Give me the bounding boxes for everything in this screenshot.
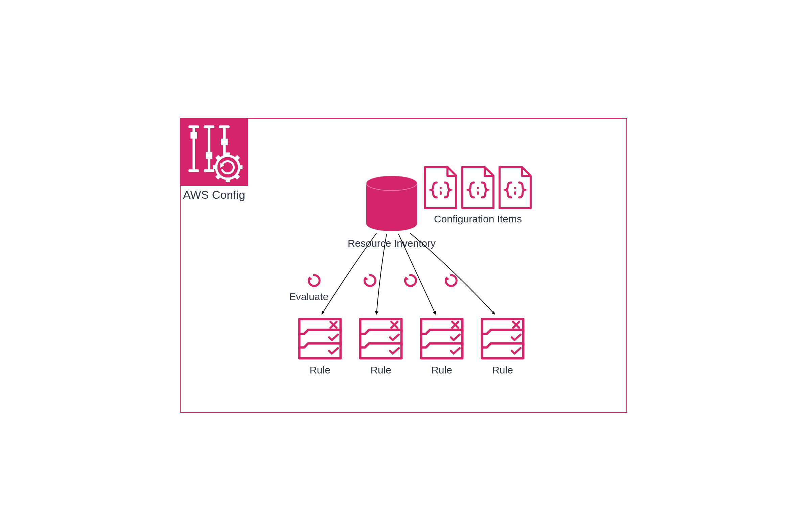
svg-rect-4: [190, 132, 197, 138]
diagram-canvas: AWS Config Resource Inventory Configurat…: [173, 112, 634, 420]
evaluate-refresh-icons: [309, 275, 457, 286]
resource-inventory-label: Resource Inventory: [348, 238, 436, 249]
svg-rect-8: [221, 138, 227, 145]
rule-icons: [299, 319, 523, 358]
svg-rect-6: [206, 152, 213, 159]
config-items-label: Configuration Items: [434, 213, 522, 224]
evaluate-label: Evaluate: [289, 291, 329, 302]
svg-point-26: [366, 216, 417, 231]
aws-config-label: AWS Config: [183, 188, 245, 201]
svg-rect-17: [225, 177, 230, 182]
svg-rect-18: [213, 165, 218, 169]
rule-label-2: Rule: [370, 364, 391, 376]
resource-inventory-icon: [366, 176, 417, 231]
rule-label-4: Rule: [492, 364, 513, 376]
config-items-icons: [425, 167, 531, 208]
rule-label-1: Rule: [310, 364, 330, 376]
svg-rect-19: [238, 165, 242, 169]
aws-config-icon: [180, 118, 248, 186]
svg-rect-16: [225, 152, 230, 157]
rule-label-3: Rule: [431, 364, 452, 376]
